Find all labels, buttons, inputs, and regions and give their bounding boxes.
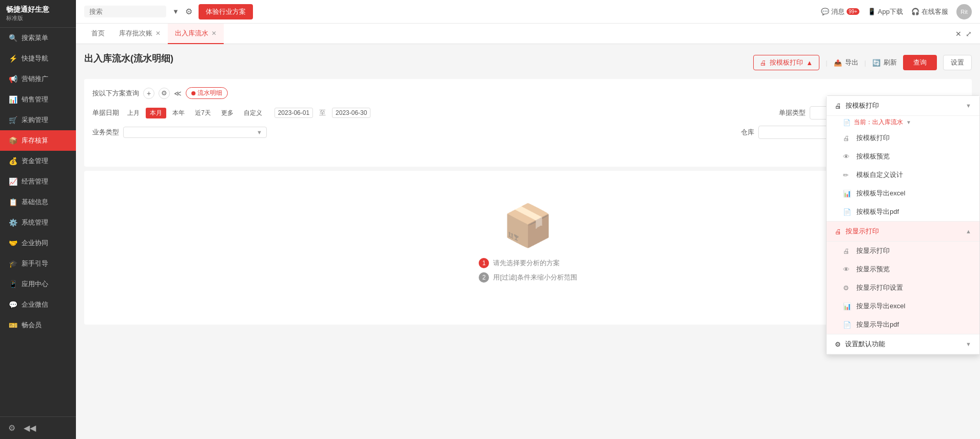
sidebar-item-member[interactable]: 🎫畅会员: [0, 315, 76, 335]
filter-chip[interactable]: 流水明细: [186, 87, 228, 99]
sidebar-icon-enterprise: 🤝: [8, 238, 17, 248]
sidebar-item-quick-nav[interactable]: ⚡快捷导航: [0, 48, 76, 69]
current-template-icon: 📄: [843, 119, 851, 126]
date-tab-this-year[interactable]: 本年: [168, 108, 189, 118]
refresh-btn[interactable]: 🔄 刷新: [872, 58, 897, 67]
sidebar-item-marketing[interactable]: 📢营销推广: [0, 69, 76, 89]
tab-close-batch-account[interactable]: ✕: [155, 30, 161, 37]
display-print-header[interactable]: 🖨 按显示打印 ▲: [827, 222, 979, 242]
export-btn[interactable]: 📤 导出: [834, 58, 858, 67]
print-btn[interactable]: 🖨 按模板打印 ▲: [753, 55, 819, 70]
settings-btn[interactable]: 设置: [943, 55, 972, 70]
sidebar-icon-system: ⚙️: [8, 218, 17, 227]
template-preview-item[interactable]: 👁 按模板预览: [827, 147, 979, 166]
date-tab-custom[interactable]: 自定义: [240, 108, 266, 118]
empty-step-2: 2 用[过滤]条件来缩小分析范围: [479, 272, 577, 283]
search-input[interactable]: [84, 6, 166, 17]
template-custom-item[interactable]: ✏ 模板自定义设计: [827, 166, 979, 184]
user-avatar[interactable]: Rit: [956, 4, 972, 19]
sidebar-item-enterprise[interactable]: 🤝企业协同: [0, 233, 76, 253]
sidebar-icon-member: 🎫: [8, 321, 17, 330]
biz-type-field: 业务类型 ▼: [92, 127, 267, 138]
sidebar-item-finance[interactable]: 💰资金管理: [0, 151, 76, 171]
template-preview-label: 按模板预览: [856, 152, 890, 161]
template-custom-label: 模板自定义设计: [856, 170, 903, 179]
trial-btn[interactable]: 体验行业方案: [199, 4, 253, 19]
default-settings-header[interactable]: ⚙ 设置默认功能 ▼: [827, 334, 979, 354]
sidebar-item-app-center[interactable]: 📱应用中心: [0, 274, 76, 294]
date-tab-last-month[interactable]: 上月: [123, 108, 144, 118]
message-icon: 💬: [821, 8, 829, 15]
collapse-sidebar-icon[interactable]: ◀◀: [24, 423, 36, 433]
message-badge: 99+: [847, 8, 859, 15]
display-print-title: 🖨 按显示打印: [835, 227, 879, 236]
current-template-item[interactable]: 📄 当前：出入库流水 ▼: [827, 116, 979, 129]
separator2: |: [865, 59, 866, 67]
sidebar-item-guide[interactable]: 🎓新手引导: [0, 253, 76, 274]
sidebar-item-basic-info[interactable]: 📋基础信息: [0, 192, 76, 212]
sidebar-icon-search-menu: 🔍: [8, 33, 17, 43]
display-export-excel-label: 按显示导出excel: [856, 302, 905, 311]
date-tab-more[interactable]: 更多: [217, 108, 238, 118]
sidebar-item-operations[interactable]: 📈经营管理: [0, 171, 76, 192]
display-print-settings-item[interactable]: ⚙ 按显示打印设置: [827, 278, 979, 297]
template-export-pdf-item[interactable]: 📄 按模板导出pdf: [827, 203, 979, 221]
close-tab-btn[interactable]: ✕: [955, 30, 962, 38]
filter-add-btn[interactable]: +: [143, 88, 154, 99]
sidebar-icon-marketing: 📢: [8, 74, 17, 84]
tab-label-home: 首页: [91, 29, 105, 38]
page-header: 出入库流水(流水明细) 🖨 按模板打印 ▲ | 📤 导出 | 🔄 刷新 查询: [84, 52, 972, 73]
sidebar-item-sales[interactable]: 📊销售管理: [0, 89, 76, 110]
biz-type-select[interactable]: ▼: [123, 127, 267, 138]
display-print-item[interactable]: 🖨 按显示打印: [827, 242, 979, 260]
sidebar-item-wechat[interactable]: 💬企业微信: [0, 294, 76, 315]
tab-batch-account[interactable]: 库存批次账 ✕: [112, 24, 168, 44]
template-print-item[interactable]: 🖨 按模板打印: [827, 129, 979, 147]
maximize-tab-btn[interactable]: ⤢: [966, 30, 972, 38]
default-settings-arrow-icon: ▼: [966, 341, 971, 347]
query-btn[interactable]: 查询: [903, 55, 937, 70]
topbar-gear-icon[interactable]: ⚙: [185, 7, 192, 16]
step-2-text: 用[过滤]条件来缩小分析范围: [493, 273, 577, 282]
tab-close-flow[interactable]: ✕: [211, 30, 217, 37]
sidebar-item-purchase[interactable]: 🛒采购管理: [0, 110, 76, 130]
display-export-excel-item[interactable]: 📊 按显示导出excel: [827, 297, 979, 315]
message-btn[interactable]: 💬 消息 99+: [821, 7, 859, 16]
sidebar-icon-wechat: 💬: [8, 300, 17, 309]
display-export-pdf-item[interactable]: 📄 按显示导出pdf: [827, 315, 979, 334]
biz-type-label: 业务类型: [92, 128, 119, 137]
date-to[interactable]: 2023-06-30: [332, 108, 370, 118]
print-dropdown-panel: 🖨 按模板打印 ▼ 📄 当前：出入库流水 ▼ 🖨 按模板打印 👁 按模板预览: [826, 95, 980, 355]
sidebar-label-quick-nav: 快捷导航: [22, 54, 48, 63]
tab-home[interactable]: 首页: [84, 24, 112, 44]
warehouse-label: 仓库: [741, 128, 754, 137]
main-content: ▼ ⚙ 体验行业方案 💬 消息 99+ 📱 App下载 🎧 在线客服 Rit 首: [76, 0, 980, 439]
sidebar-item-inventory[interactable]: 📦库存核算: [0, 130, 76, 151]
date-tab-last7[interactable]: 近7天: [191, 108, 215, 118]
template-export-excel-item[interactable]: 📊 按模板导出excel: [827, 184, 979, 203]
tab-label-batch-account: 库存批次账: [119, 29, 152, 38]
chip-label: 流水明细: [198, 89, 222, 97]
filter-collapse-btn[interactable]: ≪: [174, 89, 182, 97]
pdf-item-icon: 📄: [843, 208, 851, 216]
customer-service-label: 在线客服: [922, 7, 948, 16]
template-print-header[interactable]: 🖨 按模板打印 ▼: [827, 96, 979, 116]
date-from[interactable]: 2023-06-01: [275, 108, 313, 118]
app-download-label: App下载: [878, 7, 903, 16]
app-download-btn[interactable]: 📱 App下载: [868, 7, 903, 16]
current-template-arrow-icon: ▼: [906, 119, 911, 125]
display-preview-item[interactable]: 👁 按显示预览: [827, 260, 979, 278]
date-tab-this-month[interactable]: 本月: [146, 108, 166, 118]
filter-settings-btn[interactable]: ⚙: [159, 88, 170, 99]
sidebar-item-system[interactable]: ⚙️系统管理: [0, 212, 76, 233]
sidebar-item-search-menu[interactable]: 🔍搜索菜单: [0, 28, 76, 48]
customer-service-btn[interactable]: 🎧 在线客服: [911, 7, 948, 16]
print-arrow-up-icon: ▲: [806, 59, 813, 67]
receipt-type-label: 单据类型: [779, 108, 806, 117]
tab-flow[interactable]: 出入库流水 ✕: [168, 24, 224, 44]
date-separator: 至: [319, 108, 326, 117]
date-field: 单据日期 上月本月本年近7天更多自定义 2023-06-01 至 2023-06…: [92, 108, 370, 118]
settings-icon[interactable]: ⚙: [8, 423, 15, 433]
print-item-icon: 🖨: [843, 134, 851, 142]
topbar-dropdown-icon[interactable]: ▼: [172, 8, 179, 15]
